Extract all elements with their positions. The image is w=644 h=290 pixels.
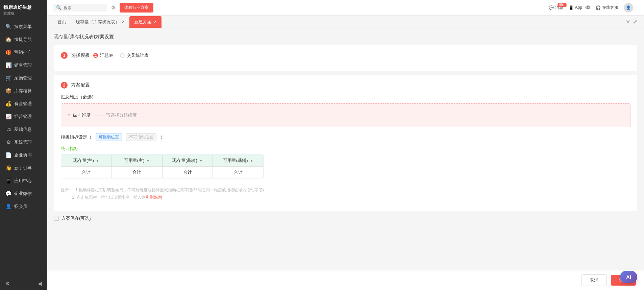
message-button[interactable]: 💬 消息 99+: [549, 5, 563, 10]
basic-icon: 🗂: [5, 126, 11, 132]
sidebar-item-inventory-mgr[interactable]: 📦库存核算: [0, 84, 47, 97]
cancel-button[interactable]: 取消: [581, 274, 607, 286]
sidebar-item-label: 快捷导航: [14, 37, 32, 43]
tab-new-plan[interactable]: 新建方案 ✕: [129, 16, 162, 28]
stats-body-row: 合计合计合计合计: [61, 166, 263, 178]
service-label: 在线客服: [602, 5, 618, 10]
stats-body-cell: 合计: [61, 167, 112, 178]
tab-home[interactable]: 首页: [53, 16, 71, 28]
collapse-icon[interactable]: ◀: [38, 281, 42, 287]
ai-button[interactable]: Ai: [620, 271, 637, 283]
fullscreen-button[interactable]: ⤢: [631, 17, 639, 26]
stats-header-row: 现存量(主)▼可用量(主)▼现存量(基辅)▼可用量(基辅)▼: [61, 155, 263, 166]
search-box[interactable]: 🔍: [53, 4, 107, 11]
stats-header-cell[interactable]: 现存量(基辅)▼: [163, 155, 213, 166]
tab-inventory[interactable]: 现存量（库存状况表） ✕: [71, 16, 129, 28]
sidebar-item-label: 基础信息: [14, 126, 32, 132]
dimension-area[interactable]: * 纵向维度 —— 请选择分组维度: [61, 103, 630, 127]
app-logo: 畅康通好生意 标准版: [0, 0, 47, 20]
stats-body-cell: 合计: [213, 167, 263, 178]
search-icon: 🔍: [5, 24, 11, 30]
section1-header: 1 选择模板 汇总表 交叉统计表: [61, 52, 630, 59]
stats-header-cell[interactable]: 可用量(基辅)▼: [213, 155, 263, 166]
purchase-icon: 🛒: [5, 75, 11, 81]
section2-header: 2 方案配置: [61, 82, 630, 89]
sidebar-item-label: 经营管理: [14, 114, 32, 120]
chevron-down-icon: ▼: [199, 159, 203, 163]
sidebar-item-label: 营销推广: [14, 49, 32, 55]
radio-cross-circle: [120, 53, 125, 58]
sidebar-item-contract[interactable]: 📄企业协同: [0, 149, 47, 162]
sidebar: 畅康通好生意 标准版 🔍搜索菜单🏠快捷导航🎁营销推广📊销售管理🛒采购管理📦库存核…: [0, 0, 47, 290]
sidebar-item-label: 资金管理: [14, 101, 32, 107]
home-label: 首页: [57, 19, 66, 25]
topbar-right: 💬 消息 99+ 📱 App下载 🎧 在线客服 👤: [549, 3, 639, 13]
sidebar-item-basic[interactable]: 🗂基础信息: [0, 123, 47, 136]
template-config-section: 模板指标设定（ 可拖动位置 不可拖动位置 ） 统计指标 现存量(主)▼可用量(主…: [61, 133, 630, 178]
inventory-tab-label: 现存量（库存状况表）: [76, 19, 120, 25]
tabbar: 首页 现存量（库存状况表） ✕ 新建方案 ✕ ✕ ⤢: [47, 16, 644, 28]
sidebar-item-label: 畅会员: [14, 203, 27, 210]
sidebar-item-label: 系统管理: [14, 139, 32, 145]
section2-num: 2: [61, 82, 68, 89]
tip-keyword: 和删除列: [146, 195, 162, 200]
sidebar-item-system[interactable]: ⚙系统管理: [0, 136, 47, 149]
stats-header-cell[interactable]: 现存量(主)▼: [61, 155, 112, 166]
stats-body-cell: 合计: [163, 167, 213, 178]
sidebar-item-label: 销售管理: [14, 62, 32, 68]
stats-header-cell[interactable]: 可用量(主)▼: [112, 155, 163, 166]
member-icon: 👤: [5, 203, 11, 210]
sidebar-item-finance[interactable]: 💰资金管理: [0, 97, 47, 110]
sidebar-footer: ⚙ ◀: [0, 277, 47, 290]
tip-2: 2. 点击标题栏下拉可以设置排序、插入列和删除列: [61, 194, 630, 201]
sidebar-item-member[interactable]: 👤畅会员: [0, 200, 47, 213]
trial-button[interactable]: 体验行业方案: [120, 3, 153, 13]
sidebar-item-operations[interactable]: 📈经营管理: [0, 110, 47, 123]
settings-icon[interactable]: ⚙: [5, 281, 10, 287]
sidebar-item-label: 搜索菜单: [14, 24, 32, 30]
search-input[interactable]: [64, 5, 97, 10]
user-avatar[interactable]: 👤: [624, 3, 633, 13]
sidebar-item-apps[interactable]: 📱应用中心: [0, 174, 47, 187]
template-radio-group: 汇总表 交叉统计表: [93, 52, 149, 58]
dim-dash: ——: [94, 113, 103, 118]
apps-icon: 📱: [5, 178, 11, 184]
sidebar-item-sales[interactable]: 📊销售管理: [0, 59, 47, 72]
chevron-down-icon: ▼: [147, 159, 150, 163]
search-icon: 🔍: [56, 5, 61, 10]
operations-icon: 📈: [5, 114, 11, 120]
contract-icon: 📄: [5, 152, 11, 158]
sidebar-nav: 🔍搜索菜单🏠快捷导航🎁营销推广📊销售管理🛒采购管理📦库存核算💰资金管理📈经营管理…: [0, 20, 47, 277]
dim-required-star: *: [68, 113, 70, 118]
close-panel-button[interactable]: ✕: [624, 17, 631, 26]
sidebar-item-label: 企业协同: [14, 152, 32, 158]
sidebar-item-wechat[interactable]: 💬企业微信: [0, 187, 47, 200]
inventory-tab-close[interactable]: ✕: [122, 20, 125, 24]
tip-1: 提示： 1.拖动标题栏可以调整布局，不可跨维度或指标区域拖动栏目字段(只能在同一…: [61, 187, 630, 194]
service-button[interactable]: 🎧 在线客服: [596, 5, 618, 10]
system-icon: ⚙: [5, 139, 11, 145]
sidebar-item-shortcut[interactable]: 🏠快捷导航: [0, 33, 47, 46]
radio-cross-label: 交叉统计表: [127, 52, 149, 58]
app-label: App下载: [575, 5, 590, 10]
section1-num: 1: [61, 52, 68, 59]
section-plan-config: 2 方案配置 汇总维度（必选） * 纵向维度 —— 请选择分组维度 模板指标设定…: [54, 75, 637, 211]
sidebar-item-label: 新手引导: [14, 165, 32, 171]
stats-section-label: 统计指标: [61, 146, 630, 152]
sidebar-item-purchase[interactable]: 🛒采购管理: [0, 72, 47, 84]
sidebar-item-newbie[interactable]: 👋新手引导: [0, 162, 47, 174]
save-checkbox[interactable]: [54, 216, 59, 221]
content-area: 现存量(库存状况表)方案设置 1 选择模板 汇总表 交叉统计表: [47, 28, 644, 270]
page-title: 现存量(库存状况表)方案设置: [54, 34, 637, 40]
settings-icon[interactable]: ⚙: [111, 4, 116, 11]
sidebar-item-search[interactable]: 🔍搜索菜单: [0, 20, 47, 33]
radio-cross[interactable]: 交叉统计表: [120, 52, 149, 58]
finance-icon: 💰: [5, 101, 11, 107]
inventory-mgr-icon: 📦: [5, 88, 11, 94]
footer: 取消 查询: [47, 270, 644, 290]
app-download-button[interactable]: 📱 App下载: [569, 5, 590, 10]
radio-summary[interactable]: 汇总表: [93, 52, 113, 58]
non-draggable-tag: 不可拖动位置: [126, 133, 156, 141]
new-plan-tab-close[interactable]: ✕: [154, 20, 157, 24]
sidebar-item-marketing[interactable]: 🎁营销推广: [0, 46, 47, 59]
